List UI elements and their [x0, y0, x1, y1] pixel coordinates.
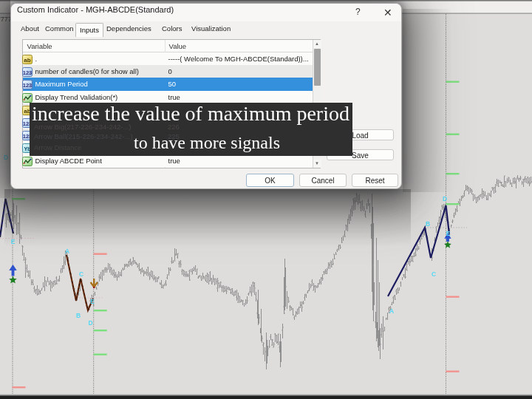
- svg-text:ab: ab: [24, 57, 30, 64]
- svg-text:123: 123: [22, 69, 32, 76]
- svg-text:C: C: [432, 270, 436, 278]
- svg-text:D: D: [443, 195, 447, 202]
- svg-text:E: E: [446, 230, 451, 237]
- svg-text:123: 123: [22, 82, 32, 89]
- svg-text:C: C: [79, 270, 83, 278]
- svg-text:E: E: [90, 298, 95, 305]
- svg-text:A: A: [389, 307, 394, 315]
- svg-text:D: D: [88, 319, 92, 327]
- svg-text:B: B: [426, 220, 430, 228]
- svg-text:A: A: [65, 248, 69, 255]
- svg-text:B: B: [76, 312, 81, 319]
